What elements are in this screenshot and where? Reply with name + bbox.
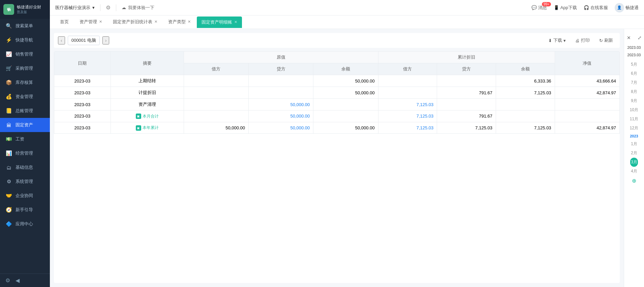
net-value-header: 净值 [555,52,619,75]
ov-debit-header: 借方 [184,63,248,75]
avatar: 👤 [615,3,624,12]
timeline-month-11月[interactable]: 11月 [629,115,639,124]
sidebar-item-funds[interactable]: 💰资金管理 [0,90,50,104]
ov-balance-header: 余额 [313,63,378,75]
tab-asset-detail[interactable]: 固定资产明细账✕ [197,17,242,28]
timeline-month2-3月[interactable]: 3月 [630,158,638,167]
prev-asset-btn[interactable]: ‹ [58,36,65,44]
dropdown-icon: ▾ [92,5,95,10]
basic-icon: 🗂 [5,165,12,170]
cell-ov-credit [249,87,313,99]
sidebar-item-assets[interactable]: 🏛固定资产 [0,118,50,132]
sidebar-item-system[interactable]: ⚙系统管理 [0,174,50,189]
app-download-btn[interactable]: 📱 App下载 [554,5,577,11]
cell-date: 2023-03 [54,87,111,99]
timeline-close-btn[interactable]: ✕ [624,33,634,42]
tab-close-depreciation-stats[interactable]: ✕ [154,20,157,24]
sidebar-item-inventory[interactable]: 📦库存核算 [0,75,50,90]
tabbar: 首页资产管理✕固定资产折旧统计表✕资产类型✕固定资产明细账✕ [50,15,644,29]
sidebar-item-sales[interactable]: 📈销售管理 [0,47,50,61]
cell-date: 2023-03 [54,75,111,87]
apps-icon: 🔷 [5,221,12,227]
tab-asset-mgmt[interactable]: 资产管理✕ [75,16,107,28]
timeline-month2-4月[interactable]: 4月 [629,167,639,176]
timeline-range-start: 2023.03 [624,44,644,51]
ledger-icon: 📒 [5,108,12,114]
table-row: 2023-03 ▣本年累计 50,000.00 50,000.00 50,000… [54,122,620,134]
main-area: 医疗器械行业演示 ▾ ⚙ ☁ 我要体验一下 💬 消息 99+ 📱 App下载 🎧… [50,0,644,287]
timeline-month-7月[interactable]: 7月 [629,78,639,87]
sidebar-label-basic: 基础信息 [16,164,33,170]
ad-debit-header: 借方 [378,63,437,75]
company-selector[interactable]: 医疗器械行业演示 ▾ [55,5,95,11]
timeline-panel: ✕ ⤢ 2023.03 2023.03 5月6月7月8月9月10月11月12月 … [624,29,644,287]
timeline-month-8月[interactable]: 8月 [629,87,639,96]
topbar: 医疗器械行业演示 ▾ ⚙ ☁ 我要体验一下 💬 消息 99+ 📱 App下载 🎧… [50,0,644,15]
cell-ad-debit [378,75,437,87]
sidebar-item-operations[interactable]: 📊经营管理 [0,146,50,160]
user-profile-btn[interactable]: 👤 畅捷通 [615,3,639,12]
service-icon: 🎧 [584,5,589,10]
refresh-icon: ↻ [599,38,603,43]
cell-ov-balance: 50,000.00 [313,87,378,99]
sidebar-item-guide[interactable]: 🧭新手引导 [0,203,50,217]
table-row: 2023-03 计提折旧 50,000.00 791.67 7,125.03 4… [54,87,620,99]
sidebar-item-basic[interactable]: 🗂基础信息 [0,160,50,174]
sidebar-item-search[interactable]: 🔍搜索菜单 [0,19,50,33]
app-icon: 📱 [554,5,559,10]
timeline-month2-1月[interactable]: 1月 [629,139,639,149]
sidebar-item-quicknav[interactable]: ⚡快捷导航 [0,33,50,47]
settings-gear-icon[interactable]: ⚙ [106,4,111,11]
experience-label: 我要体验一下 [128,5,154,11]
salary-icon: 💵 [5,136,12,142]
timeline-month-9月[interactable]: 9月 [629,96,639,105]
timeline-month2-2月[interactable]: 2月 [629,149,639,158]
notification-btn[interactable]: 💬 消息 99+ [531,5,547,11]
sidebar-label-salary: 工资 [16,136,24,142]
tab-close-asset-mgmt[interactable]: ✕ [99,20,102,24]
experience-btn[interactable]: ☁ 我要体验一下 [122,5,154,11]
sidebar-item-purchase[interactable]: 🛒采购管理 [0,61,50,75]
timeline-year: 2023 [624,133,644,139]
logo-subtitle: 普及版 [17,10,41,14]
operations-icon: 📊 [5,150,12,156]
sidebar-label-collab: 企业协同 [16,193,33,199]
print-btn[interactable]: 🖨 打印 [573,36,592,45]
purchase-icon: 🛒 [5,65,12,71]
sidebar-item-salary[interactable]: 💵工资 [0,132,50,146]
download-btn[interactable]: ⬇ 下载 ▾ [546,36,569,45]
next-asset-btn[interactable]: › [102,36,110,44]
sidebar-item-apps[interactable]: 🔷应用中心 [0,217,50,231]
timeline-month-5月[interactable]: 5月 [629,60,639,69]
notification-icon: 💬 [531,5,537,10]
date-header: 日期 [54,52,111,75]
sidebar-item-ledger[interactable]: 📒总账管理 [0,104,50,118]
timeline-expand-btn[interactable]: ⤢ [635,33,644,42]
sidebar-label-operations: 经营管理 [16,150,33,156]
cell-ov-credit [249,75,313,87]
service-label: 在线客服 [590,5,608,11]
tab-close-asset-detail[interactable]: ✕ [234,20,237,24]
refresh-btn[interactable]: ↻ 刷新 [596,36,616,45]
online-service-btn[interactable]: 🎧 在线客服 [584,5,608,11]
cell-ov-debit [184,99,248,110]
tab-label-depreciation-stats: 固定资产折旧统计表 [113,19,152,25]
timeline-month-6月[interactable]: 6月 [629,69,639,78]
timeline-month-12月[interactable]: 12月 [629,124,639,133]
tab-asset-type[interactable]: 资产类型✕ [163,16,195,28]
cell-ad-balance: 6,333.36 [496,75,555,87]
sidebar-item-collab[interactable]: 🤝企业协同 [0,189,50,203]
collapse-icon[interactable]: ◀ [16,277,20,284]
tab-home[interactable]: 首页 [55,16,73,28]
tab-depreciation-stats[interactable]: 固定资产折旧统计表✕ [108,16,162,28]
topbar-right: 💬 消息 99+ 📱 App下载 🎧 在线客服 👤 畅捷通 [531,3,639,12]
timeline-scroll-down[interactable]: ⊕ [624,176,644,186]
content-main: ‹ 000001 电脑 › ⬇ 下载 ▾ 🖨 打印 ↻ 刷新 [50,29,624,287]
settings-icon[interactable]: ⚙ [5,277,10,284]
sidebar-label-funds: 资金管理 [16,94,33,100]
logo-title: 畅捷通好业财 [17,4,41,10]
print-icon: 🖨 [575,38,580,43]
timeline-month-10月[interactable]: 10月 [629,105,639,115]
tab-close-asset-type[interactable]: ✕ [188,20,191,24]
timeline-range-end: 2023.03 [624,51,644,59]
